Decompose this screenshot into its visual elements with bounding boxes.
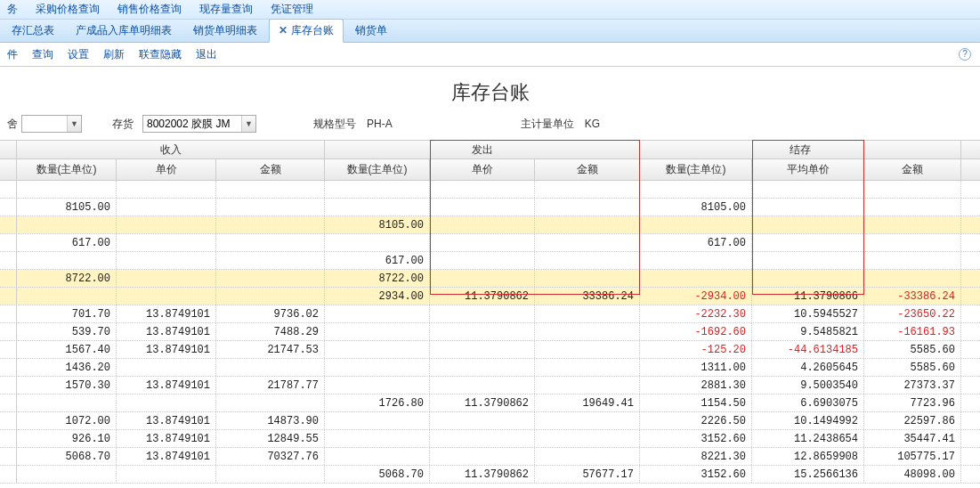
cell[interactable]: 1311.00 — [640, 359, 752, 376]
cell[interactable] — [117, 288, 216, 305]
cell[interactable]: -44.6134185 — [752, 341, 864, 358]
row-handle[interactable] — [0, 466, 17, 483]
cell[interactable] — [535, 377, 640, 394]
cell[interactable] — [325, 359, 430, 376]
cell[interactable]: 5068.70 — [325, 466, 430, 483]
cell[interactable]: 19649.41 — [535, 394, 640, 411]
cell[interactable]: 21787.77 — [216, 377, 325, 394]
cell[interactable]: -16161.93 — [864, 323, 961, 340]
row-handle[interactable] — [0, 288, 17, 305]
cell[interactable]: 617.00 — [640, 234, 752, 251]
column-header[interactable]: 单价 — [117, 159, 216, 180]
cell[interactable] — [640, 252, 752, 269]
cell[interactable] — [535, 430, 640, 447]
cell[interactable] — [535, 448, 640, 465]
cell[interactable]: 2881.30 — [640, 377, 752, 394]
cell[interactable]: 8722.00 — [325, 270, 430, 287]
cell[interactable]: 11.3790866 — [752, 288, 864, 305]
cell[interactable] — [535, 323, 640, 340]
table-row[interactable]: 617.00 — [0, 252, 980, 270]
cell[interactable] — [17, 181, 117, 198]
cell[interactable]: 1154.50 — [640, 394, 752, 411]
cell[interactable] — [752, 199, 864, 216]
cell[interactable]: 926.10 — [17, 430, 117, 447]
row-handle[interactable] — [0, 216, 17, 233]
row-handle[interactable] — [0, 181, 17, 198]
cell[interactable] — [17, 216, 117, 233]
cell[interactable] — [216, 181, 325, 198]
cell[interactable]: 617.00 — [325, 252, 430, 269]
cell[interactable] — [325, 412, 430, 429]
cell[interactable] — [864, 216, 961, 233]
cell[interactable]: -23650.22 — [864, 305, 961, 322]
cell[interactable]: 1567.40 — [17, 341, 117, 358]
cell[interactable]: 11.3790862 — [430, 288, 535, 305]
cell[interactable] — [216, 288, 325, 305]
column-header[interactable]: 金额 — [216, 159, 325, 180]
cell[interactable]: 11.3790862 — [430, 394, 535, 411]
combo-generic[interactable]: ▼ — [21, 115, 82, 133]
cell[interactable] — [430, 234, 535, 251]
row-handle[interactable] — [0, 234, 17, 251]
column-header[interactable]: 金额 — [535, 159, 640, 180]
cell[interactable] — [325, 199, 430, 216]
cell[interactable]: 14873.90 — [216, 412, 325, 429]
cell[interactable] — [864, 181, 961, 198]
cell[interactable] — [325, 377, 430, 394]
cell[interactable] — [17, 466, 117, 483]
cell[interactable] — [430, 412, 535, 429]
cell[interactable] — [535, 252, 640, 269]
cell[interactable]: 15.2566136 — [752, 466, 864, 483]
cell[interactable] — [535, 412, 640, 429]
menu-item[interactable]: 现存量查询 — [199, 2, 253, 17]
cell[interactable]: 701.70 — [17, 305, 117, 322]
cell[interactable] — [216, 252, 325, 269]
cell[interactable] — [535, 305, 640, 322]
cell[interactable]: 1726.80 — [325, 394, 430, 411]
cell[interactable]: 8105.00 — [17, 199, 117, 216]
cell[interactable]: 11.2438654 — [752, 430, 864, 447]
table-row[interactable]: 1072.0013.874910114873.902226.5010.14949… — [0, 412, 980, 430]
toolbar-item[interactable]: 查询 — [32, 47, 53, 62]
cell[interactable] — [216, 359, 325, 376]
cell[interactable] — [17, 288, 117, 305]
row-handle[interactable] — [0, 448, 17, 465]
cell[interactable] — [325, 341, 430, 358]
cell[interactable]: 12.8659908 — [752, 448, 864, 465]
cell[interactable]: 57677.17 — [535, 466, 640, 483]
cell[interactable]: 617.00 — [17, 234, 117, 251]
cell[interactable] — [752, 216, 864, 233]
cell[interactable] — [117, 359, 216, 376]
cell[interactable]: 8722.00 — [17, 270, 117, 287]
row-handle[interactable] — [0, 359, 17, 376]
cell[interactable]: 5585.60 — [864, 359, 961, 376]
row-handle[interactable] — [0, 394, 17, 411]
cell[interactable]: 3152.60 — [640, 466, 752, 483]
cell[interactable]: 21747.53 — [216, 341, 325, 358]
cell[interactable] — [864, 270, 961, 287]
row-handle[interactable] — [0, 199, 17, 216]
cell[interactable] — [752, 234, 864, 251]
cell[interactable]: 12849.55 — [216, 430, 325, 447]
cell[interactable]: 22597.86 — [864, 412, 961, 429]
cell[interactable] — [430, 216, 535, 233]
cell[interactable] — [216, 216, 325, 233]
cell[interactable] — [640, 270, 752, 287]
cell[interactable] — [117, 394, 216, 411]
cell[interactable] — [535, 359, 640, 376]
toolbar-item[interactable]: 刷新 — [103, 47, 125, 62]
cell[interactable] — [216, 270, 325, 287]
cell[interactable]: 4.2605645 — [752, 359, 864, 376]
cell[interactable]: 3152.60 — [640, 430, 752, 447]
cell[interactable]: 13.8749101 — [117, 305, 216, 322]
cell[interactable]: 2226.50 — [640, 412, 752, 429]
cell[interactable]: 70327.76 — [216, 448, 325, 465]
table-row[interactable]: 1726.8011.379086219649.411154.506.690307… — [0, 394, 980, 412]
chevron-down-icon[interactable]: ▼ — [67, 116, 81, 132]
menu-item[interactable]: 采购价格查询 — [36, 2, 100, 17]
cell[interactable]: 13.8749101 — [117, 430, 216, 447]
cell[interactable] — [325, 430, 430, 447]
cell[interactable] — [430, 181, 535, 198]
cell[interactable] — [864, 252, 961, 269]
row-handle[interactable] — [0, 430, 17, 447]
